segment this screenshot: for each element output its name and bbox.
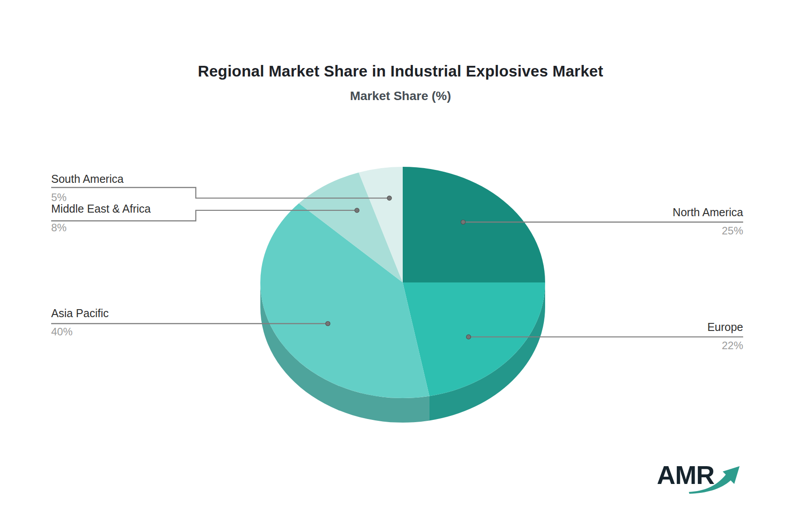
pie-slice-south-america	[359, 167, 403, 282]
pie-rim-asia-pacific	[260, 282, 429, 423]
slice-label-asia-pacific: Asia Pacific	[51, 307, 109, 320]
amr-logo-arrow-icon	[676, 457, 743, 497]
pie-slice-north-america	[403, 167, 545, 282]
callout-dot-asia-pacific	[326, 321, 330, 326]
slice-value-north-america: 25%	[673, 225, 743, 237]
slice-label-south-america: South America	[51, 173, 124, 185]
callout-middle-east-africa: Middle East & Africa 8%	[51, 203, 151, 234]
chart-subtitle: Market Share (%)	[0, 89, 801, 103]
slice-label-europe: Europe	[707, 321, 743, 334]
callout-asia-pacific: Asia Pacific 40%	[51, 307, 109, 338]
slice-value-south-america: 5%	[51, 192, 124, 203]
callout-europe: Europe 22%	[707, 321, 743, 351]
slice-label-north-america: North America	[673, 206, 743, 219]
pie-slice-middle-east-and-africa	[299, 173, 403, 282]
amr-logo: AMR	[657, 460, 746, 496]
chart-title: Regional Market Share in Industrial Expl…	[0, 62, 801, 80]
slice-value-middle-east-africa: 8%	[51, 222, 151, 234]
callout-north-america: North America 25%	[673, 206, 743, 237]
pie-slice-asia-pacific	[260, 203, 429, 398]
slice-value-asia-pacific: 40%	[51, 326, 109, 338]
callout-dot-europe	[466, 335, 471, 339]
callout-dot-north-america	[461, 220, 465, 224]
callout-dot-south-america	[387, 196, 392, 200]
slice-value-europe: 22%	[707, 340, 743, 351]
callout-dot-middle-east-and-africa	[355, 208, 359, 213]
pie-rim-europe	[429, 282, 545, 420]
pie-slice-europe	[403, 282, 545, 396]
chart-canvas: Regional Market Share in Industrial Expl…	[0, 0, 801, 532]
callout-south-america: South America 5%	[51, 173, 124, 203]
slice-label-middle-east-africa: Middle East & Africa	[51, 203, 151, 215]
